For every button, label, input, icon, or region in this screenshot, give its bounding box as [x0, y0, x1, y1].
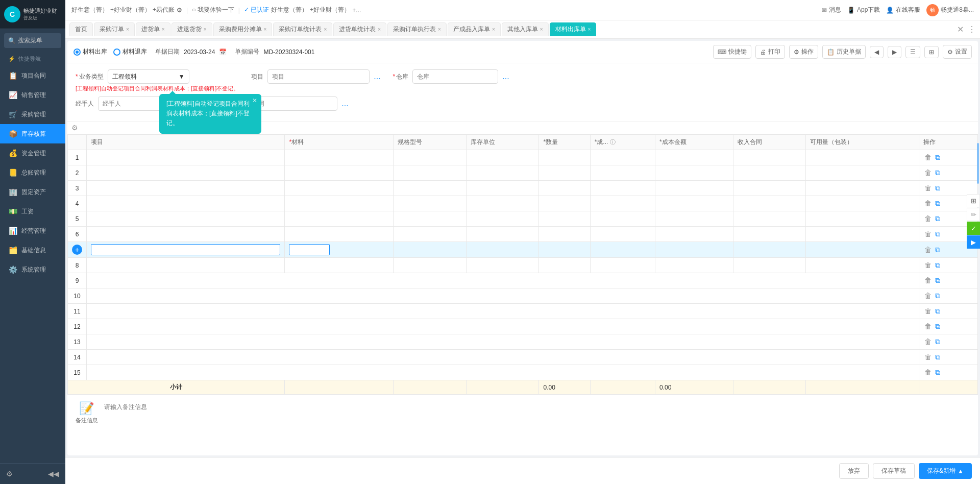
link-experience[interactable]: ○ 我要体验一下 [192, 6, 234, 14]
copy-row-active-button[interactable]: ⧉ [934, 245, 941, 255]
delete-row-6-button[interactable]: 🗑 [923, 229, 933, 239]
row-8-project[interactable] [87, 258, 285, 273]
tab-goods-stat[interactable]: 进货单统计表 × [333, 22, 386, 36]
link-haoyecai2[interactable]: +好业财（菁） [310, 6, 350, 14]
copy-row-12-button[interactable]: ⧉ [934, 321, 941, 332]
tab-purchase-exec[interactable]: 采购订单执行表 × [387, 22, 447, 36]
settings-button[interactable]: ⚙ [4, 468, 15, 480]
row-4-cost-price[interactable] [590, 196, 655, 211]
row-active-cost-price[interactable] [590, 242, 655, 258]
row-2-cost-amount[interactable] [655, 165, 733, 181]
row-4-available[interactable] [806, 196, 919, 211]
copy-row-15-button[interactable]: ⧉ [934, 367, 941, 378]
app-download-button[interactable]: 📱 App下载 [847, 6, 880, 14]
tab-home[interactable]: 首页 [69, 22, 93, 36]
row-active-project[interactable] [87, 242, 285, 258]
close-tab-material-issue[interactable]: × [588, 27, 591, 32]
sidebar-item-project[interactable]: 📋 项目合同 [0, 66, 65, 85]
sidebar-item-purchase[interactable]: 🛒 采购管理 [0, 105, 65, 124]
delete-row-8-button[interactable]: 🗑 [923, 260, 933, 270]
notes-input[interactable] [102, 401, 970, 413]
delete-row-14-button[interactable]: 🗑 [923, 352, 933, 362]
close-tab-purchase-stat[interactable]: × [324, 27, 327, 32]
right-icon-green[interactable]: ✓ [967, 222, 980, 235]
delete-row-3-button[interactable]: 🗑 [923, 183, 933, 193]
project-input[interactable] [267, 69, 370, 84]
row-5-cost-price[interactable] [590, 211, 655, 227]
copy-row-4-button[interactable]: ⧉ [934, 198, 941, 209]
row-1-quantity[interactable] [539, 150, 590, 165]
sidebar-item-finance[interactable]: 💰 资金管理 [0, 143, 65, 163]
row-active-income-contract[interactable] [733, 242, 806, 258]
row-5-material[interactable] [285, 211, 394, 227]
business-type-select[interactable]: 工程领料 ▼ [108, 69, 189, 84]
row-6-available[interactable] [806, 227, 919, 242]
user-profile[interactable]: 畅 畅捷通8臬... [926, 4, 974, 16]
delete-row-1-button[interactable]: 🗑 [923, 152, 933, 162]
row-6-unit[interactable] [466, 227, 539, 242]
row-8-unit[interactable] [466, 258, 539, 273]
row-5-income-contract[interactable] [733, 211, 806, 227]
row-3-quantity[interactable] [539, 181, 590, 196]
collapse-button[interactable]: ◀◀ [46, 468, 61, 480]
copy-row-6-button[interactable]: ⧉ [934, 229, 941, 239]
delete-row-11-button[interactable]: 🗑 [923, 306, 933, 316]
grid-view-button[interactable]: ⊞ [924, 46, 939, 58]
active-project-input[interactable] [91, 244, 280, 255]
sidebar-item-operations[interactable]: 📊 经营管理 [0, 221, 65, 240]
row-5-quantity[interactable] [539, 211, 590, 227]
calendar-icon[interactable]: 📅 [219, 49, 227, 56]
right-icon-1[interactable]: ⊞ [967, 194, 980, 207]
row-active-unit[interactable] [466, 242, 539, 258]
copy-row-1-button[interactable]: ⧉ [934, 152, 941, 163]
row-4-income-contract[interactable] [733, 196, 806, 211]
row-active-quantity[interactable] [539, 242, 590, 258]
table-settings-icon[interactable]: ⚙ [71, 124, 78, 132]
right-icon-blue[interactable]: ▶ [967, 235, 980, 249]
add-row-button[interactable]: + [72, 245, 82, 255]
history-button[interactable]: 📋 历史单据 [822, 45, 866, 59]
copy-row-3-button[interactable]: ⧉ [934, 183, 941, 193]
row-3-material[interactable] [285, 181, 394, 196]
tab-goods-receipt[interactable]: 进货单 × [136, 22, 170, 36]
search-menu-button[interactable]: 🔍 搜索菜单 [4, 33, 61, 48]
row-4-spec[interactable] [394, 196, 467, 211]
row-1-cost-amount[interactable] [655, 150, 733, 165]
tab-other-receipt[interactable]: 其他入库单 × [502, 22, 549, 36]
tab-goods-return[interactable]: 进退货货 × [172, 22, 212, 36]
row-5-available[interactable] [806, 211, 919, 227]
delete-row-13-button[interactable]: 🗑 [923, 336, 933, 347]
row-1-income-contract[interactable] [733, 150, 806, 165]
copy-row-5-button[interactable]: ⧉ [934, 213, 941, 224]
delete-row-5-button[interactable]: 🗑 [923, 213, 933, 224]
row-1-material[interactable] [285, 150, 394, 165]
row-active-spec[interactable] [394, 242, 467, 258]
row-4-project[interactable] [87, 196, 285, 211]
link-settings[interactable]: ⚙ [177, 7, 182, 14]
online-service-button[interactable]: 👤 在线客服 [886, 6, 920, 14]
prev-record-button[interactable]: ◀ [870, 46, 884, 58]
row-2-material[interactable] [285, 165, 394, 181]
row-3-available[interactable] [806, 181, 919, 196]
active-material-input[interactable] [289, 244, 330, 255]
tab-options-button[interactable]: ⋮ [968, 25, 976, 34]
row-5-spec[interactable] [394, 211, 467, 227]
close-tab-goods-return[interactable]: × [204, 27, 207, 32]
row-4-material[interactable] [285, 196, 394, 211]
row-5-project[interactable] [87, 211, 285, 227]
row-1-project[interactable] [87, 150, 285, 165]
row-4-unit[interactable] [466, 196, 539, 211]
copy-row-2-button[interactable]: ⧉ [934, 167, 941, 178]
tooltip-close-button[interactable]: ✕ [252, 96, 257, 106]
row-8-material[interactable] [285, 258, 394, 273]
copy-row-9-button[interactable]: ⧉ [934, 275, 941, 286]
row-3-unit[interactable] [466, 181, 539, 196]
settings-page-button[interactable]: ⚙ 设置 [943, 45, 972, 59]
link-haoshengyi2[interactable]: 好生意（菁） [271, 6, 308, 14]
discard-button[interactable]: 放弃 [839, 463, 869, 479]
next-record-button[interactable]: ▶ [888, 46, 901, 58]
copy-row-10-button[interactable]: ⧉ [934, 291, 941, 301]
quick-nav[interactable]: ⚡ 快捷导航 [0, 52, 65, 66]
row-4-quantity[interactable] [539, 196, 590, 211]
row-1-spec[interactable] [394, 150, 467, 165]
